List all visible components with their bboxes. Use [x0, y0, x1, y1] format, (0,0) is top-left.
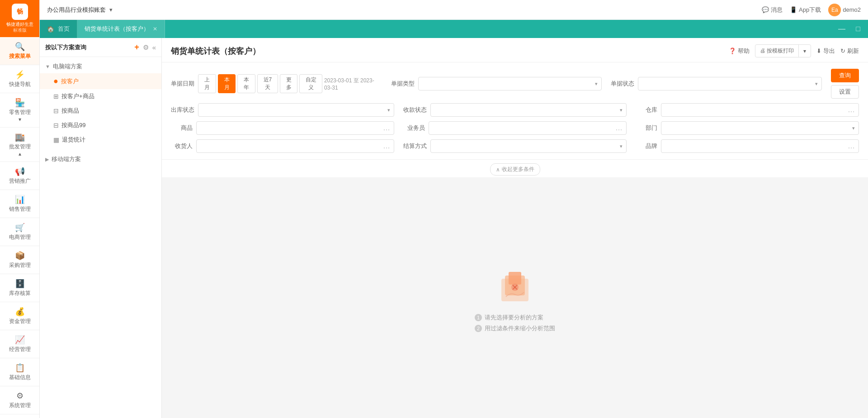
sidebar-item-quicknav[interactable]: ⚡ 快捷导航 [0, 65, 39, 93]
topbar-dropdown-icon[interactable]: ▾ [109, 6, 113, 13]
filter-date-item: 单据日期 上月 本月 本年 近7天 更多 自定义 2023-03-01 至 20… [171, 74, 382, 93]
tree-parent-desktop[interactable]: ▼ 电脑端方案 [40, 60, 161, 73]
sidebar-item-system[interactable]: ⚙ 系统管理 [0, 386, 39, 414]
tab-sales-stat[interactable]: 销货单统计表（按客户） ✕ [77, 20, 165, 38]
empty-tip-2: 2 用过滤条件来缩小分析范围 [475, 324, 555, 332]
sidebar-item-finance[interactable]: 💰 资金管理 [0, 302, 39, 330]
settings-button[interactable]: 设置 [831, 85, 859, 99]
tree-section-mobile: ▶ 移动端方案 [40, 150, 161, 169]
sidebar-item-search[interactable]: 🔍 搜索菜单 [0, 37, 39, 65]
sidebar-item-sales-label: 销售管理 [9, 205, 31, 213]
add-scheme-button[interactable]: + [134, 43, 139, 52]
tree-child-by-customer-label: 按客户 [61, 77, 79, 86]
date-btn-more[interactable]: 更多 [280, 74, 298, 93]
receiver-select[interactable]: … [196, 139, 394, 153]
home-icon: 🏠 [47, 26, 54, 33]
filter-warehouse-item: 仓库 … [636, 103, 859, 117]
sidebar-item-sales[interactable]: 📊 销售管理 [0, 190, 39, 218]
tree-child-refund-label: 退货统计 [62, 136, 85, 144]
dept-label: 部门 [636, 124, 657, 132]
brand-dots[interactable]: … [848, 142, 855, 150]
filter-action-buttons: 查询 设置 [831, 69, 859, 99]
purchase-icon: 📦 [15, 251, 25, 261]
sidebar-item-finance-label: 资金管理 [9, 318, 31, 325]
filter-area: 单据日期 上月 本月 本年 近7天 更多 自定义 2023-03-01 至 20… [162, 62, 868, 160]
help-icon: ❓ [729, 48, 736, 54]
goods-label: 商品 [171, 124, 193, 132]
warehouse-select[interactable]: … [661, 103, 859, 117]
sidebar-item-wholesale-label: 批发管理 [9, 143, 31, 151]
tree-child-by-goods[interactable]: ⊟ 按商品 [40, 104, 161, 118]
docstatus-label: 单据状态 [611, 80, 634, 88]
collapse-filter-button[interactable]: ∧ 收起更多条件 [490, 163, 540, 176]
sidebar-item-wholesale[interactable]: 🏬 批发管理 ▴ [0, 128, 39, 162]
left-panel-actions: + ⚙ « [134, 43, 156, 52]
refresh-label: 刷新 [847, 47, 859, 55]
empty-state-icon [492, 263, 538, 308]
date-btn-custom[interactable]: 自定义 [299, 74, 322, 93]
svg-rect-2 [509, 272, 521, 285]
refresh-icon: ↻ [840, 48, 845, 54]
message-button[interactable]: 💬 消息 [762, 6, 783, 14]
sidebar-item-enterprise[interactable]: 🤝 企业协同 [0, 414, 39, 418]
date-btn-thisyear[interactable]: 本年 [237, 74, 255, 93]
filter-dept-item: 部门 ▾ [636, 121, 859, 135]
date-btn-last7days[interactable]: 近7天 [257, 74, 278, 93]
collapse-panel-button[interactable]: « [152, 43, 156, 51]
staff-select[interactable]: … [429, 121, 627, 135]
docstatus-select[interactable]: ▾ [638, 77, 822, 90]
sidebar-item-ecommerce[interactable]: 🛒 电商管理 [0, 218, 39, 246]
warehouse-dots[interactable]: … [848, 106, 855, 114]
tree-child-by-customer-goods[interactable]: ⊞ 按客户+商品 [40, 89, 161, 104]
tree-child-refund-stat[interactable]: ▦ 退货统计 [40, 133, 161, 147]
settlement-select[interactable]: ▾ [430, 139, 627, 153]
tab-home[interactable]: 🏠 首页 [40, 20, 77, 38]
sidebar-item-retail[interactable]: 🏪 零售管理 ▾ [0, 93, 39, 128]
retail-dropdown-icon: ▾ [19, 116, 21, 123]
tab-close-button[interactable]: ✕ [153, 26, 157, 32]
date-btn-thismonth[interactable]: 本月 [218, 74, 236, 93]
print-dropdown-button[interactable]: ▾ [799, 46, 811, 57]
sidebar-item-marketing[interactable]: 📢 营销推广 [0, 162, 39, 190]
query-button[interactable]: 查询 [831, 69, 859, 82]
dept-select[interactable]: ▾ [661, 121, 859, 135]
export-label: 导出 [823, 47, 835, 55]
tree-child-by-customer[interactable]: ● 按客户 [40, 73, 161, 89]
tree-parent-mobile[interactable]: ▶ 移动端方案 [40, 152, 161, 166]
tip-text-1: 请先选择要分析的方案 [485, 314, 543, 322]
settings-scheme-button[interactable]: ⚙ [143, 43, 149, 52]
user-profile[interactable]: Ea demo2 [828, 4, 861, 16]
export-button[interactable]: ⬇ 导出 [816, 47, 835, 55]
doctype-select[interactable]: ▾ [418, 77, 602, 90]
refresh-button[interactable]: ↻ 刷新 [840, 47, 859, 55]
right-panel: 销货单统计表（按客户） ❓ 帮助 🖨 按模板打印 ▾ ⬇ [162, 38, 868, 418]
shipstatus-select[interactable]: ▾ [198, 103, 394, 117]
tree-child-by-goods99[interactable]: ⊟ 按商品99 [40, 118, 161, 133]
minimize-button[interactable]: — [835, 23, 848, 35]
sidebar-item-inventory[interactable]: 🗄️ 库存核算 [0, 274, 39, 302]
filter-goods-item: 商品 … [171, 121, 394, 135]
logo-subtext: 标准版 [13, 27, 27, 33]
staff-dots[interactable]: … [615, 124, 623, 132]
date-btn-lastmonth[interactable]: 上月 [198, 74, 216, 93]
receiver-dots[interactable]: … [383, 142, 390, 150]
paystatus-select[interactable]: ▾ [430, 103, 627, 117]
sidebar-item-system-label: 系统管理 [9, 402, 31, 409]
brand-select[interactable]: … [661, 139, 859, 153]
collapse-arrow-icon: ∧ [496, 166, 500, 173]
goods-select[interactable]: … [196, 121, 394, 135]
tree-child-by-custgoods-label: 按客户+商品 [61, 92, 94, 100]
print-button[interactable]: 🖨 按模板打印 [755, 45, 799, 57]
app-download-button[interactable]: 📱 App下载 [790, 6, 821, 14]
filter-shipstatus-item: 出库状态 ▾ [171, 103, 394, 117]
date-range-display: 2023-03-01 至 2023-03-31 [324, 77, 382, 91]
filter-row-4: 收货人 … 结算方式 ▾ 品牌 [171, 139, 859, 153]
goods-dots[interactable]: … [383, 124, 390, 132]
sidebar-item-operations[interactable]: 📈 经营管理 [0, 330, 39, 358]
tip-text-2: 用过滤条件来缩小分析范围 [485, 324, 555, 332]
maximize-button[interactable]: □ [852, 23, 864, 35]
sidebar-item-basic[interactable]: 📋 基础信息 [0, 358, 39, 386]
help-button[interactable]: ❓ 帮助 [729, 47, 750, 55]
marketing-icon: 📢 [15, 166, 25, 176]
sidebar-item-purchase[interactable]: 📦 采购管理 [0, 246, 39, 274]
